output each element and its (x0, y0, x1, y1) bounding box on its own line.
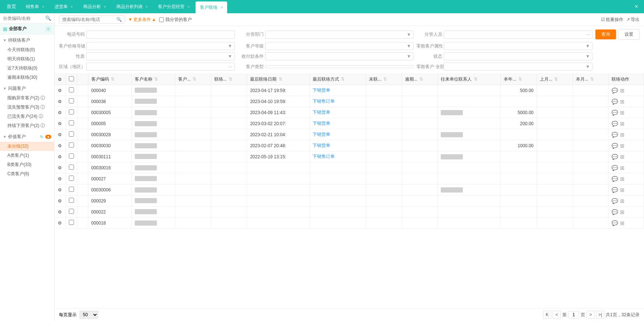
chat-icon[interactable]: 💬 (612, 165, 618, 171)
row-last-method[interactable]: 下销售订单 (309, 151, 366, 162)
next-page-btn[interactable]: > (587, 311, 595, 319)
retail-select[interactable]: ▼ (444, 63, 592, 71)
row-checkbox[interactable] (69, 220, 74, 225)
sidebar-collapse-btn[interactable]: « (45, 26, 51, 32)
row-settings-btn[interactable]: ⚙ (54, 85, 66, 96)
close-all-btn[interactable]: × (632, 3, 641, 10)
nature-select[interactable]: ▼ (86, 52, 235, 60)
region-select[interactable]: ··· (86, 63, 235, 71)
row-last-method[interactable]: 下销货单 (309, 140, 366, 151)
cust-level-select[interactable]: ▼ (265, 42, 414, 50)
row-checkbox[interactable] (69, 187, 74, 192)
row-settings-btn[interactable]: ⚙ (54, 140, 66, 151)
query-btn[interactable]: 查询 (595, 29, 616, 39)
select-all-checkbox[interactable] (69, 76, 74, 81)
value-customers-header[interactable]: ▼ 价值客户 ↻ ● (0, 132, 54, 142)
grid-action-icon[interactable]: ⊞ (620, 154, 624, 160)
chat-icon[interactable]: 💬 (612, 121, 618, 127)
row-settings-btn[interactable]: ⚙ (54, 207, 66, 218)
sidebar-item-churn-risk[interactable]: 流失预警客户(3) ⓘ (0, 103, 54, 112)
value-refresh-icon[interactable]: ↻ (40, 135, 43, 139)
sidebar-item-abnormal[interactable]: 囤购异常客户(2) ⓘ (0, 94, 54, 103)
first-page-btn[interactable]: K (543, 311, 551, 319)
tab-customer-segment[interactable]: 客户分层经营 × (154, 0, 194, 13)
my-customers-checkbox[interactable]: 我分管的客户 (159, 17, 192, 23)
contact-col-header[interactable]: 联络... ⇅ (211, 74, 247, 85)
person-select[interactable]: ··· (444, 31, 592, 39)
grid-action-icon[interactable]: ⊞ (620, 121, 624, 127)
sidebar-search-icon[interactable]: 🔍 (45, 15, 51, 21)
row-checkbox[interactable] (69, 87, 74, 92)
sidebar-item-a-class[interactable]: A类客户(1) (0, 151, 54, 160)
reset-btn[interactable]: 设置 (618, 29, 640, 40)
last-date-col-header[interactable]: 最后联络日期 ⇅ (247, 74, 309, 85)
chat-icon[interactable]: 💬 (612, 143, 618, 149)
row-checkbox[interactable] (69, 142, 74, 148)
row-settings-btn[interactable]: ⚙ (54, 195, 66, 207)
this-month-col-header[interactable]: 本月... ⇅ (573, 74, 609, 85)
sidebar-item-lost[interactable]: 已流失客户(24) ⓘ (0, 112, 54, 121)
page-input[interactable] (568, 311, 579, 318)
chat-icon[interactable]: 💬 (612, 209, 618, 215)
chat-icon[interactable]: 💬 (612, 187, 618, 193)
row-last-method[interactable]: 下销货单 (309, 85, 366, 96)
tab-analysis-close[interactable]: × (104, 5, 106, 9)
row-settings-btn[interactable]: ⚙ (54, 96, 66, 107)
more-conditions-btn[interactable]: ▼ 更多条件 ▲ (128, 17, 156, 23)
last-method-link[interactable]: 下销货单 (313, 143, 330, 148)
all-customers-header[interactable]: ⊞ 全部客户 « (0, 24, 54, 35)
price-level-select[interactable]: ▼ (86, 42, 235, 50)
phone-input[interactable] (86, 31, 235, 39)
grid-action-icon[interactable]: ⊞ (620, 176, 624, 182)
type-col-header[interactable]: 客户... ⇅ (175, 74, 211, 85)
row-last-method[interactable]: 下销售订单 (309, 96, 366, 107)
sidebar-item-unclassified[interactable]: 未分组(32) (0, 142, 54, 151)
grid-action-icon[interactable]: ⊞ (620, 220, 624, 226)
row-checkbox[interactable] (69, 154, 74, 159)
name-col-header[interactable]: 客户名称 ⇅ (131, 74, 175, 85)
sidebar-item-c-class[interactable]: C类客户(6) (0, 169, 54, 179)
cust-type-select[interactable] (265, 65, 414, 68)
last-method-link[interactable]: 下销货单 (313, 132, 330, 137)
sidebar-item-week[interactable]: 近7天待联络(0) (0, 64, 54, 73)
prev-page-btn[interactable]: < (553, 311, 561, 319)
last-method-link[interactable]: 下销货单 (313, 110, 330, 115)
last-method-link[interactable]: 下销货单 (313, 88, 330, 93)
chat-icon[interactable]: 💬 (612, 176, 618, 182)
no-contact-col-header[interactable]: 未联... ⇅ (366, 74, 402, 85)
row-checkbox[interactable] (69, 165, 74, 170)
chat-icon[interactable]: 💬 (612, 198, 618, 204)
last-method-link[interactable]: 下销货单 (313, 121, 330, 126)
row-settings-btn[interactable]: ⚙ (54, 118, 66, 129)
grid-action-icon[interactable]: ⊞ (620, 143, 624, 149)
grid-action-icon[interactable]: ⊞ (620, 88, 624, 94)
code-col-header[interactable]: 客户编码 ⇅ (88, 74, 131, 85)
grid-action-icon[interactable]: ⊞ (620, 132, 624, 138)
last-method-link[interactable]: 下销售订单 (313, 99, 335, 104)
dept-select[interactable]: ▼ (265, 31, 414, 39)
tab-analysis-list[interactable]: 商品分析列表 × (112, 0, 152, 13)
row-checkbox[interactable] (69, 209, 74, 214)
grid-action-icon[interactable]: ⊞ (620, 165, 624, 171)
batch-ops-btn[interactable]: ☑ 批量操作 (601, 17, 623, 23)
row-settings-btn[interactable]: ⚙ (54, 129, 66, 140)
row-last-method[interactable]: 下销货单 (309, 118, 366, 129)
tab-customer-segment-close[interactable]: × (187, 5, 190, 9)
row-settings-btn[interactable]: ⚙ (54, 107, 66, 118)
last-month-col-header[interactable]: 上月... ⇅ (537, 74, 573, 85)
row-checkbox[interactable] (69, 109, 74, 114)
row-checkbox[interactable] (69, 176, 74, 181)
sidebar-item-overdue[interactable]: 逾期未联络(30) (0, 73, 54, 82)
chat-icon[interactable]: 💬 (612, 99, 618, 105)
row-checkbox[interactable] (69, 120, 74, 126)
retail-attr-select[interactable]: ▼ (444, 42, 592, 50)
chat-icon[interactable]: 💬 (612, 154, 618, 160)
row-last-method[interactable]: 下销货单 (309, 107, 366, 118)
tab-analysis[interactable]: 商品分析 × (79, 0, 110, 13)
tab-analysis-list-close[interactable]: × (146, 5, 148, 9)
sidebar-item-declining[interactable]: 持续下滑客户(2) ⓘ (0, 121, 54, 130)
grid-action-icon[interactable]: ⊞ (620, 110, 624, 116)
payment-select[interactable]: ▼ (265, 52, 414, 60)
grid-action-icon[interactable]: ⊞ (620, 209, 624, 215)
tab-purchase-close[interactable]: × (71, 5, 73, 9)
